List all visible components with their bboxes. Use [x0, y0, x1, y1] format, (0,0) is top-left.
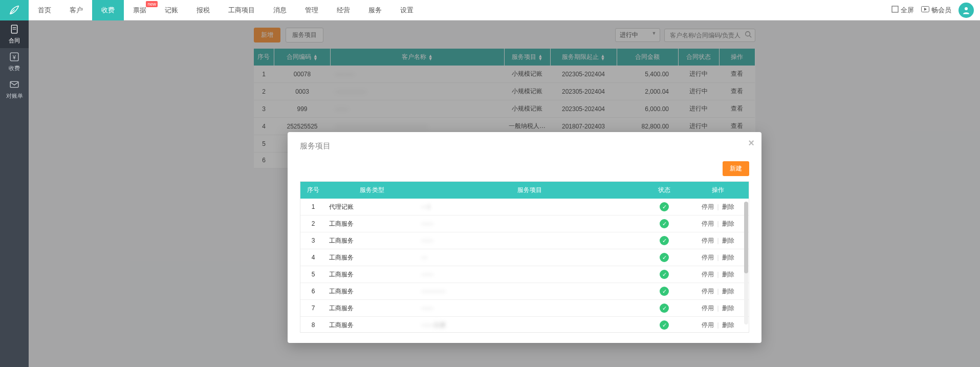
sidebar-item-对账单[interactable]: 对账单 — [0, 76, 29, 103]
modal-col-header-1: 服务类型 — [326, 182, 418, 199]
status-ok-icon: ✓ — [660, 270, 669, 279]
modal-table-header: 序号服务类型服务项目状态操作 — [300, 182, 749, 199]
delete-link[interactable]: 删除 — [722, 321, 734, 329]
nav-item-10[interactable]: 服务 — [359, 0, 391, 20]
member-label: 畅会员 — [931, 6, 951, 15]
row-project: ——注册 — [418, 317, 641, 333]
row-idx: 8 — [300, 317, 326, 333]
delete-link[interactable]: 删除 — [722, 288, 734, 295]
disable-link[interactable]: 停用 — [702, 203, 714, 210]
modal-table-row: 7工商服务——✓停用|删除 — [300, 300, 749, 317]
modal-col-header-0: 序号 — [300, 182, 326, 199]
nav-item-4[interactable]: 记账 — [156, 0, 187, 20]
modal-col-header-2: 服务项目 — [418, 182, 641, 199]
service-items-table: 序号服务类型服务项目状态操作 1代理记账—1✓停用|删除2工商服务——✓停用|删… — [300, 182, 749, 333]
nav-item-7[interactable]: 消息 — [264, 0, 296, 20]
row-status: ✓ — [641, 249, 687, 266]
top-nav-bar: 首页客户收费票据new记账报税工商项目消息管理经营服务设置 全屏 畅会员 — [0, 0, 980, 20]
svg-point-2 — [965, 7, 968, 10]
row-project: — — [418, 249, 641, 266]
fullscreen-icon — [891, 6, 899, 14]
service-item-modal: × 服务项目 新建 序号服务类型服务项目状态操作 1代理记账—1✓停用|删除2工… — [288, 132, 761, 343]
member-button[interactable]: 畅会员 — [921, 6, 951, 15]
sidebar-item-label: 合同 — [9, 37, 20, 45]
row-type: 代理记账 — [326, 199, 418, 215]
row-idx: 2 — [300, 215, 326, 232]
file-icon — [10, 25, 19, 35]
sidebar-item-label: 对账单 — [6, 92, 23, 100]
row-type: 工商服务 — [326, 232, 418, 249]
left-sidebar: 合同¥收费对账单 — [0, 20, 29, 367]
row-status: ✓ — [641, 215, 687, 232]
scrollbar-thumb[interactable] — [744, 202, 748, 273]
row-idx: 7 — [300, 300, 326, 317]
status-ok-icon: ✓ — [660, 320, 669, 330]
nav-item-1[interactable]: 客户 — [60, 0, 92, 20]
modal-col-header-3: 状态 — [641, 182, 687, 199]
row-project: —— — [418, 266, 641, 283]
modal-table-row: 5工商服务——✓停用|删除 — [300, 266, 749, 283]
user-avatar[interactable] — [959, 3, 974, 18]
sidebar-item-label: 收费 — [9, 64, 20, 72]
row-status: ✓ — [641, 266, 687, 283]
delete-link[interactable]: 删除 — [722, 220, 734, 227]
fullscreen-button[interactable]: 全屏 — [891, 6, 914, 15]
delete-link[interactable]: 删除 — [722, 305, 734, 312]
nav-item-11[interactable]: 设置 — [391, 0, 423, 20]
play-icon — [921, 6, 929, 14]
row-status: ✓ — [641, 283, 687, 300]
modal-table-row: 1代理记账—1✓停用|删除 — [300, 199, 749, 215]
top-right-tools: 全屏 畅会员 — [891, 3, 980, 18]
row-type: 工商服务 — [326, 215, 418, 232]
disable-link[interactable]: 停用 — [702, 220, 714, 227]
row-status: ✓ — [641, 317, 687, 333]
delete-link[interactable]: 删除 — [722, 237, 734, 244]
modal-col-header-4: 操作 — [687, 182, 749, 199]
row-type: 工商服务 — [326, 283, 418, 300]
nav-item-6[interactable]: 工商项目 — [219, 0, 264, 20]
disable-link[interactable]: 停用 — [702, 254, 714, 261]
modal-toolbar: 新建 — [300, 161, 749, 176]
modal-scrollbar[interactable] — [744, 202, 748, 325]
nav-item-9[interactable]: 经营 — [328, 0, 359, 20]
modal-title: 服务项目 — [288, 132, 761, 155]
row-project: —1 — [418, 199, 641, 215]
sidebar-item-收费[interactable]: ¥收费 — [0, 48, 29, 76]
modal-body: 新建 序号服务类型服务项目状态操作 1代理记账—1✓停用|删除2工商服务——✓停… — [288, 155, 761, 343]
modal-close-button[interactable]: × — [748, 137, 754, 149]
row-idx: 1 — [300, 199, 326, 215]
sidebar-item-合同[interactable]: 合同 — [0, 20, 29, 48]
row-type: 工商服务 — [326, 317, 418, 333]
disable-link[interactable]: 停用 — [702, 305, 714, 312]
row-project: —— — [418, 232, 641, 249]
app-logo[interactable] — [0, 0, 29, 20]
modal-new-button[interactable]: 新建 — [723, 161, 749, 176]
delete-link[interactable]: 删除 — [722, 254, 734, 261]
row-actions: 停用|删除 — [687, 266, 749, 283]
status-ok-icon: ✓ — [660, 236, 669, 245]
row-actions: 停用|删除 — [687, 283, 749, 300]
modal-table-row: 3工商服务——✓停用|删除 — [300, 232, 749, 249]
nav-item-8[interactable]: 管理 — [296, 0, 328, 20]
row-type: 工商服务 — [326, 266, 418, 283]
row-status: ✓ — [641, 199, 687, 215]
delete-link[interactable]: 删除 — [722, 271, 734, 278]
svg-rect-8 — [10, 81, 18, 87]
disable-link[interactable]: 停用 — [702, 288, 714, 295]
status-ok-icon: ✓ — [660, 202, 669, 211]
nav-item-0[interactable]: 首页 — [29, 0, 60, 20]
modal-table-row: 8工商服务——注册✓停用|删除 — [300, 317, 749, 333]
delete-link[interactable]: 删除 — [722, 203, 734, 210]
disable-link[interactable]: 停用 — [702, 271, 714, 278]
svg-rect-0 — [892, 6, 898, 12]
disable-link[interactable]: 停用 — [702, 237, 714, 244]
row-project: —— — [418, 215, 641, 232]
row-project: ———— — [418, 283, 641, 300]
nav-item-3[interactable]: 票据new — [124, 0, 156, 20]
row-status: ✓ — [641, 232, 687, 249]
nav-item-2[interactable]: 收费 — [92, 0, 124, 20]
disable-link[interactable]: 停用 — [702, 321, 714, 329]
modal-table-row: 4工商服务—✓停用|删除 — [300, 249, 749, 266]
row-actions: 停用|删除 — [687, 215, 749, 232]
nav-item-5[interactable]: 报税 — [187, 0, 219, 20]
